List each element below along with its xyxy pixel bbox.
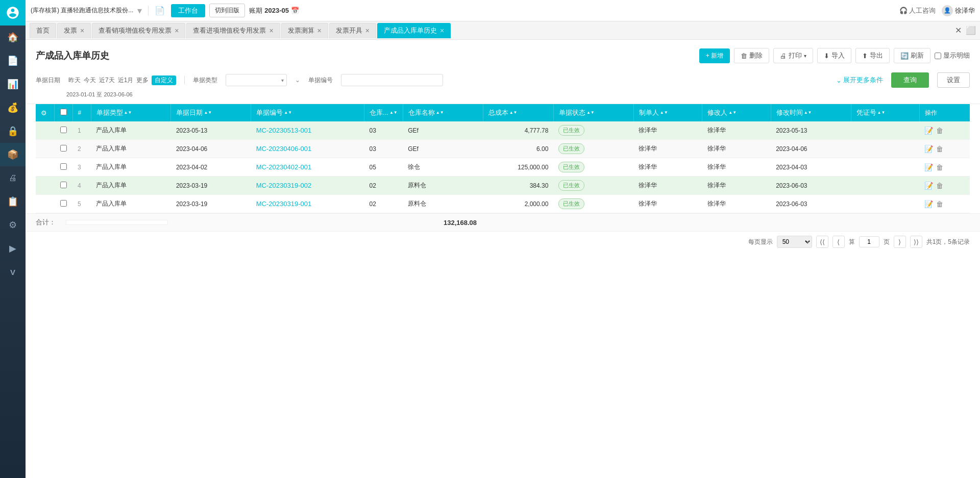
shortcut-more[interactable]: 更多: [136, 76, 149, 85]
number-link[interactable]: MC-20230406-001: [256, 145, 311, 153]
workbench-button[interactable]: 工作台: [171, 4, 205, 17]
cell-checkbox[interactable]: [54, 177, 72, 195]
row-checkbox-1[interactable]: [60, 127, 67, 133]
cell-number[interactable]: MC-20230406-001: [251, 140, 364, 158]
col-number[interactable]: 单据编号 ▲▼: [251, 104, 364, 121]
delete-op-button[interactable]: 🗑: [936, 182, 943, 190]
window-close-icon[interactable]: ✕: [955, 26, 962, 35]
row-checkbox-3[interactable]: [60, 163, 67, 170]
sidebar-item-settings[interactable]: ⚙: [0, 213, 26, 237]
user-menu[interactable]: 👤 徐泽华: [942, 5, 975, 16]
shortcut-today[interactable]: 今天: [84, 76, 96, 85]
delete-op-button[interactable]: 🗑: [936, 200, 943, 208]
type-select[interactable]: [226, 74, 287, 86]
col-wh-name[interactable]: 仓库名称 ▲▼: [403, 104, 483, 121]
tab-close-purchase[interactable]: ×: [269, 27, 273, 34]
delete-button[interactable]: 🗑 删除: [734, 48, 769, 63]
sidebar-item-finance[interactable]: 💰: [0, 96, 26, 119]
tab-sales-invoice[interactable]: 查看销项增值税专用发票 ×: [92, 23, 185, 38]
number-link[interactable]: MC-20230513-001: [256, 127, 311, 134]
col-wh-code[interactable]: 仓库... ▲▼: [364, 104, 403, 121]
cell-checkbox[interactable]: [54, 140, 72, 158]
number-link[interactable]: MC-20230402-001: [256, 163, 311, 171]
tab-close-sales[interactable]: ×: [175, 27, 179, 34]
cell-number[interactable]: MC-20230402-001: [251, 158, 364, 177]
edit-op-button[interactable]: 📝: [924, 163, 933, 171]
col-status[interactable]: 单据状态 ▲▼: [553, 104, 633, 121]
page-input[interactable]: [859, 236, 879, 247]
tab-home[interactable]: 首页: [30, 23, 56, 38]
col-date[interactable]: 单据日期 ▲▼: [171, 104, 251, 121]
doc-icon[interactable]: 📄: [155, 6, 165, 15]
number-filter-input[interactable]: [341, 74, 443, 86]
sidebar-item-play[interactable]: ▶: [0, 237, 26, 260]
display-detail-toggle[interactable]: 显示明细: [935, 51, 970, 60]
col-voucher[interactable]: 凭证号 ▲▼: [851, 104, 919, 121]
edit-op-button[interactable]: 📝: [924, 182, 933, 190]
sidebar-item-inventory[interactable]: 📦: [0, 143, 26, 166]
edit-op-button[interactable]: 📝: [924, 127, 933, 135]
cell-checkbox[interactable]: [54, 195, 72, 213]
select-all-checkbox[interactable]: [60, 109, 67, 115]
col-cost[interactable]: 总成本 ▲▼: [483, 104, 553, 121]
window-maximize-icon[interactable]: ⬜: [966, 26, 976, 35]
refresh-button[interactable]: 🔄 刷新: [894, 48, 930, 63]
app-logo[interactable]: [0, 0, 26, 26]
number-link[interactable]: MC-20230319-002: [256, 182, 311, 189]
edit-op-button[interactable]: 📝: [924, 145, 933, 153]
col-modify-time[interactable]: 修改时间 ▲▼: [771, 104, 851, 121]
display-detail-checkbox[interactable]: [935, 53, 941, 59]
sidebar-item-chart[interactable]: 📊: [0, 72, 26, 96]
shortcut-1month[interactable]: 近1月: [118, 76, 134, 85]
help-button[interactable]: 🎧 人工咨询: [899, 6, 936, 15]
cell-checkbox[interactable]: [54, 121, 72, 140]
sidebar-item-invoice[interactable]: 📄: [0, 49, 26, 72]
per-page-select[interactable]: 50 20 100: [777, 236, 812, 248]
tab-invoice[interactable]: 发票 ×: [57, 23, 91, 38]
prev-version-button[interactable]: 切到旧版: [209, 4, 245, 17]
delete-op-button[interactable]: 🗑: [936, 145, 943, 153]
tab-close-open[interactable]: ×: [365, 27, 370, 34]
export-button[interactable]: ⬆ 导出: [855, 48, 890, 63]
import-button[interactable]: ⬇ 导入: [817, 48, 851, 63]
new-button[interactable]: + 新增: [699, 48, 730, 63]
tab-invoice-open[interactable]: 发票开具 ×: [329, 23, 376, 38]
delete-op-button[interactable]: 🗑: [936, 127, 943, 135]
cell-number[interactable]: MC-20230513-001: [251, 121, 364, 140]
shortcut-yesterday[interactable]: 昨天: [68, 76, 81, 85]
company-dropdown-icon[interactable]: ▾: [137, 5, 142, 16]
number-link[interactable]: MC-20230319-001: [256, 200, 311, 208]
period-calendar-icon[interactable]: 📅: [291, 7, 299, 14]
delete-op-button[interactable]: 🗑: [936, 163, 943, 171]
query-button[interactable]: 查询: [891, 72, 929, 88]
shortcut-7days[interactable]: 近7天: [99, 76, 115, 85]
col-creator[interactable]: 制单人 ▲▼: [633, 104, 702, 121]
cell-checkbox[interactable]: [54, 158, 72, 177]
expand-more-btn[interactable]: ⌄ 展开更多条件: [836, 76, 883, 85]
page-first-button[interactable]: ⟨⟨: [816, 236, 828, 248]
sidebar-item-home[interactable]: 🏠: [0, 26, 26, 49]
col-type[interactable]: 单据类型 ▲▼: [91, 104, 171, 121]
tab-purchase-invoice[interactable]: 查看进项增值税专用发票 ×: [186, 23, 280, 38]
tab-product-history[interactable]: 产成品入库单历史 ×: [377, 23, 451, 38]
set-button[interactable]: 设置: [937, 72, 970, 88]
cell-number[interactable]: MC-20230319-001: [251, 195, 364, 213]
col-modifier[interactable]: 修改人 ▲▼: [702, 104, 771, 121]
page-last-button[interactable]: ⟩⟩: [910, 236, 922, 248]
cell-number[interactable]: MC-20230319-002: [251, 177, 364, 195]
row-checkbox-4[interactable]: [60, 182, 67, 188]
tab-close-calc[interactable]: ×: [317, 27, 322, 34]
sidebar-item-v[interactable]: V: [0, 260, 26, 284]
sidebar-item-list[interactable]: 📋: [0, 190, 26, 213]
page-prev-button[interactable]: ⟨: [832, 236, 845, 248]
row-checkbox-2[interactable]: [60, 145, 67, 152]
col-settings[interactable]: ⚙: [36, 104, 54, 121]
sidebar-item-lock[interactable]: 🔒: [0, 119, 26, 143]
tab-close-history[interactable]: ×: [440, 27, 444, 34]
sidebar-item-stamp[interactable]: 🖨: [0, 166, 26, 190]
edit-op-button[interactable]: 📝: [924, 200, 933, 208]
tab-invoice-calc[interactable]: 发票测算 ×: [281, 23, 328, 38]
tab-close-invoice[interactable]: ×: [80, 27, 84, 34]
row-checkbox-5[interactable]: [60, 200, 67, 207]
shortcut-custom[interactable]: 自定义: [152, 76, 176, 85]
